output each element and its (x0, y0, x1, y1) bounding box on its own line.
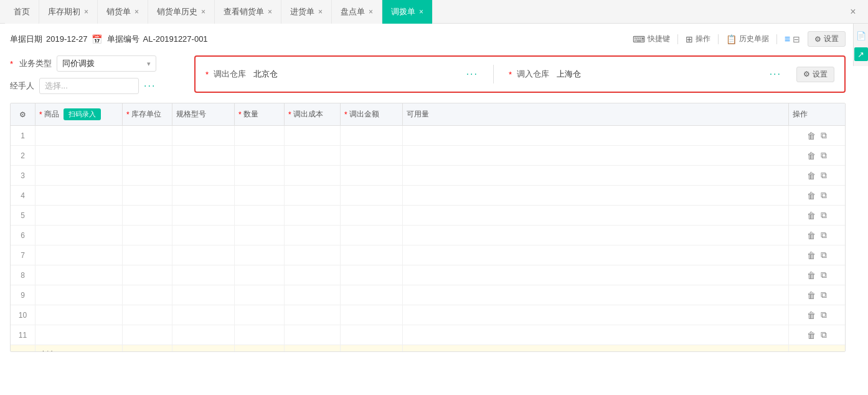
tab-sales-order[interactable]: 销货单 × (98, 0, 148, 24)
row-1-qty[interactable] (235, 126, 285, 145)
row-2-cost[interactable] (285, 146, 341, 165)
row-8-actions: 🗑 ⧉ (789, 265, 845, 285)
warehouse-in-more-icon[interactable]: ··· (770, 69, 781, 80)
handler-more-icon[interactable]: ··· (144, 80, 156, 92)
tab-inventory-init-close[interactable]: × (84, 7, 88, 16)
row-2-qty[interactable] (235, 146, 285, 165)
tab-sales-history-close[interactable]: × (201, 7, 205, 16)
row-6-product[interactable] (35, 226, 123, 245)
copy-icon[interactable]: ⧉ (821, 190, 827, 201)
row-9-product[interactable] (35, 285, 123, 305)
row-7-product[interactable] (35, 245, 123, 265)
copy-icon[interactable]: ⧉ (821, 130, 827, 141)
row-4-cost[interactable] (285, 186, 341, 205)
row-3-cost[interactable] (285, 166, 341, 185)
row-3-qty[interactable] (235, 166, 285, 185)
warehouse-settings-button[interactable]: ⚙ 设置 (796, 67, 834, 82)
delete-icon[interactable]: 🗑 (807, 211, 816, 221)
row-11-product[interactable] (35, 325, 123, 345)
copy-icon[interactable]: ⧉ (821, 270, 827, 280)
settings-button[interactable]: ⚙ 设置 (808, 31, 846, 47)
row-6-spec (172, 226, 235, 245)
calendar-icon[interactable]: 📅 (92, 34, 102, 44)
delete-icon[interactable]: 🗑 (807, 330, 816, 340)
delete-icon[interactable]: 🗑 (807, 151, 816, 161)
delete-icon[interactable]: 🗑 (807, 310, 816, 320)
table-row: 2 🗑 ⧉ (11, 146, 845, 166)
side-list-icon[interactable]: 📄 (854, 29, 868, 42)
copy-icon[interactable]: ⧉ (821, 210, 827, 221)
row-3-product[interactable] (35, 166, 123, 185)
copy-icon[interactable]: ⧉ (821, 170, 827, 181)
row-1-cost[interactable] (285, 126, 341, 145)
tab-inventory-init[interactable]: 库存期初 × (39, 0, 98, 24)
row-11-actions: 🗑 ⧉ (789, 325, 845, 345)
delete-icon[interactable]: 🗑 (807, 270, 816, 280)
delete-icon[interactable]: 🗑 (807, 171, 816, 181)
row-10-qty[interactable] (235, 305, 285, 325)
row-7-qty[interactable] (235, 245, 285, 265)
tab-view-sales[interactable]: 查看销货单 × (215, 0, 281, 24)
history-button[interactable]: 📋 历史单据 (726, 34, 769, 44)
row-11-cost[interactable] (285, 325, 341, 345)
row-2-product[interactable] (35, 146, 123, 165)
copy-icon[interactable]: ⧉ (821, 290, 827, 300)
table-row: 9 🗑 ⧉ (11, 285, 845, 305)
row-6-available (403, 226, 789, 245)
tab-stocktake[interactable]: 盘点单 × (332, 0, 382, 24)
tab-sales-order-close[interactable]: × (134, 7, 139, 16)
handler-placeholder: 选择... (45, 80, 68, 92)
row-8-unit (123, 265, 172, 285)
delete-icon[interactable]: 🗑 (807, 191, 816, 201)
tab-transfer[interactable]: 调拨单 × (382, 0, 433, 24)
warehouse-out-more-icon[interactable]: ··· (466, 69, 478, 80)
copy-icon[interactable]: ⧉ (821, 250, 827, 260)
operations-button[interactable]: ⊞ 操作 (686, 34, 710, 44)
row-num-7: 7 (11, 245, 35, 265)
view-grid-icon[interactable]: ⊟ (793, 34, 800, 44)
window-close-button[interactable]: × (843, 0, 863, 24)
copy-icon[interactable]: ⧉ (821, 330, 827, 340)
row-6-qty[interactable] (235, 226, 285, 245)
tab-view-sales-close[interactable]: × (268, 7, 272, 16)
handler-select[interactable]: 选择... (39, 78, 139, 94)
copy-icon[interactable]: ⧉ (821, 310, 827, 320)
row-10-cost[interactable] (285, 305, 341, 325)
row-5-cost[interactable] (285, 206, 341, 225)
row-4-product[interactable] (35, 186, 123, 205)
tab-purchase[interactable]: 进货单 × (281, 0, 332, 24)
row-9-cost[interactable] (285, 285, 341, 305)
delete-icon[interactable]: 🗑 (807, 250, 816, 260)
row-2-amount (341, 146, 403, 165)
form-section: * 业务类型 同价调拨 ▾ 经手人 选择... ··· * 调出仓库 北京仓 (10, 55, 846, 94)
tab-transfer-close[interactable]: × (419, 7, 423, 16)
delete-icon[interactable]: 🗑 (807, 231, 816, 240)
row-11-unit (123, 325, 172, 345)
view-list-icon[interactable]: ≡ (785, 34, 790, 45)
col-settings[interactable]: ⚙ (11, 103, 35, 125)
row-7-cost[interactable] (285, 245, 341, 265)
copy-icon[interactable]: ⧉ (821, 150, 827, 161)
row-5-qty[interactable] (235, 206, 285, 225)
row-4-qty[interactable] (235, 186, 285, 205)
copy-icon[interactable]: ⧉ (821, 230, 827, 240)
row-5-product[interactable] (35, 206, 123, 225)
row-9-qty[interactable] (235, 285, 285, 305)
business-type-select[interactable]: 同价调拨 ▾ (57, 55, 156, 72)
tab-home[interactable]: 首页 (5, 0, 39, 24)
tab-sales-history[interactable]: 销货单历史 × (148, 0, 215, 24)
row-1-product[interactable] (35, 126, 123, 145)
row-8-cost[interactable] (285, 265, 341, 285)
tab-purchase-close[interactable]: × (318, 7, 323, 16)
side-export-icon[interactable]: ↗ (854, 47, 868, 61)
scan-input-button[interactable]: 扫码录入 (64, 108, 101, 120)
row-6-cost[interactable] (285, 226, 341, 245)
row-10-product[interactable] (35, 305, 123, 325)
delete-icon[interactable]: 🗑 (807, 131, 816, 141)
row-11-qty[interactable] (235, 325, 285, 345)
row-8-qty[interactable] (235, 265, 285, 285)
row-8-product[interactable] (35, 265, 123, 285)
shortcuts-button[interactable]: ⌨ 快捷键 (633, 34, 670, 44)
tab-stocktake-close[interactable]: × (369, 7, 373, 16)
delete-icon[interactable]: 🗑 (807, 290, 816, 300)
